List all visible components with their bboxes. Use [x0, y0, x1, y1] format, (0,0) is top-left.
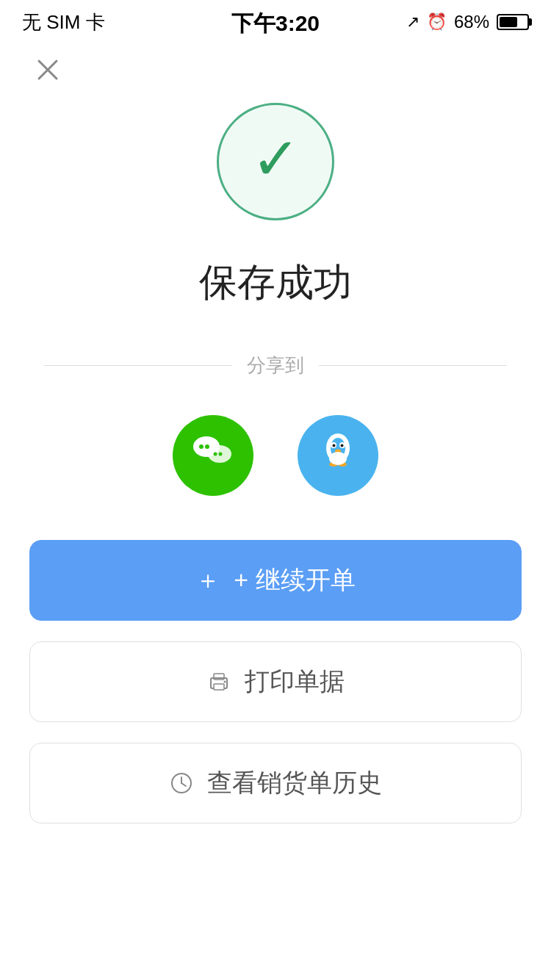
- share-divider: 分享到: [0, 353, 551, 378]
- battery-percent: 68%: [454, 12, 489, 32]
- success-circle: ✓: [217, 103, 334, 220]
- svg-point-21: [224, 681, 226, 683]
- battery-icon: [497, 14, 529, 30]
- history-label: 查看销货单历史: [207, 766, 382, 800]
- status-left: 无 SIM 卡: [22, 10, 114, 35]
- svg-point-12: [333, 444, 336, 447]
- clock-icon: [169, 771, 194, 796]
- status-bar: 无 SIM 卡 下午3:20 ↗ ⏰ 68%: [0, 0, 551, 44]
- checkmark-icon: ✓: [251, 130, 300, 189]
- alarm-icon: ⏰: [427, 12, 447, 32]
- location-icon: ↗: [406, 12, 419, 32]
- share-label: 分享到: [247, 353, 304, 378]
- wechat-share-button[interactable]: [173, 415, 253, 496]
- carrier-text: 无 SIM 卡: [22, 10, 105, 35]
- success-title: 保存成功: [199, 257, 352, 309]
- status-right: ↗ ⏰ 68%: [406, 12, 529, 32]
- time-display: 下午3:20: [231, 9, 320, 39]
- svg-point-6: [214, 453, 217, 456]
- svg-point-3: [199, 444, 204, 449]
- svg-line-24: [181, 783, 186, 786]
- svg-point-7: [219, 453, 223, 456]
- main-content: ✓ 保存成功 分享到: [0, 44, 551, 824]
- svg-rect-19: [214, 684, 224, 690]
- svg-point-17: [329, 452, 347, 465]
- svg-point-4: [205, 444, 209, 449]
- print-button[interactable]: 打印单据: [29, 641, 522, 722]
- plus-icon: ＋: [195, 563, 220, 597]
- action-buttons: ＋ + 继续开单 打印单据 查看销货单: [0, 540, 551, 824]
- print-icon: [206, 669, 231, 694]
- continue-order-label: + 继续开单: [234, 563, 355, 597]
- svg-point-13: [341, 444, 344, 447]
- history-button[interactable]: 查看销货单历史: [29, 743, 522, 824]
- qq-share-button[interactable]: [298, 415, 378, 496]
- print-label: 打印单据: [245, 665, 345, 699]
- share-icons: [173, 415, 378, 496]
- continue-order-button[interactable]: ＋ + 继续开单: [29, 540, 522, 621]
- qq-icon: [316, 429, 360, 482]
- wechat-icon: [192, 432, 234, 479]
- share-section: 分享到: [0, 353, 551, 496]
- close-button[interactable]: [29, 51, 66, 88]
